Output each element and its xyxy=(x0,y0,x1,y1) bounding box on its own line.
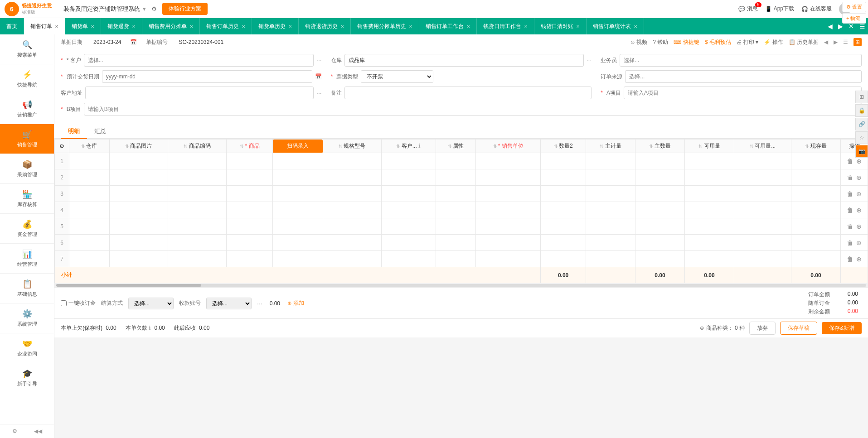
tab-bill-history[interactable]: 销货单历史 ✕ xyxy=(252,18,299,34)
tab-return-history[interactable]: 销货退货历史 ✕ xyxy=(299,18,351,34)
tab-fee-history[interactable]: 销售费用分摊单历史 ✕ xyxy=(351,18,419,34)
tab-order-workbench[interactable]: 销售订单工作台 ✕ xyxy=(419,18,477,34)
warehouse-input[interactable] xyxy=(344,54,584,67)
print-link[interactable]: 🖨 打印 ▾ xyxy=(737,39,759,46)
tab-daily-reconcile[interactable]: 钱货日清对账 ✕ xyxy=(534,18,587,34)
cell-warehouse-1[interactable] xyxy=(69,153,110,169)
address-input[interactable] xyxy=(85,87,314,99)
cell-qty2-1[interactable] xyxy=(541,153,586,169)
tab-close-icon[interactable]: ✕ xyxy=(189,24,193,29)
sidebar-item-enterprise[interactable]: 🤝 企业协同 xyxy=(0,333,54,363)
sidebar-collapse-icon[interactable]: ◀◀ xyxy=(34,428,42,434)
copy-row-btn[interactable]: ⊕ xyxy=(856,207,862,214)
tab-sales-fee[interactable]: 销售费用分摊单 ✕ xyxy=(142,18,200,34)
sidebar-settings-icon[interactable]: ⚙ xyxy=(12,428,17,434)
help-link[interactable]: ? 帮助 xyxy=(653,39,668,46)
sidebar-item-purchase[interactable]: 📦 采购管理 xyxy=(0,154,54,184)
tab-summary[interactable]: 汇总 xyxy=(87,125,113,139)
dropdown-arrow-icon[interactable]: ▾ xyxy=(143,5,146,12)
sidebar-item-finance[interactable]: 💰 资金管理 xyxy=(0,214,54,244)
tab-close-icon[interactable]: ✕ xyxy=(288,24,292,29)
message-btn[interactable]: 💬 消息 9 xyxy=(738,5,758,13)
tab-close-icon[interactable]: ✕ xyxy=(466,24,470,29)
sidebar-item-sales[interactable]: 🛒 销售管理 xyxy=(0,124,54,154)
tab-home[interactable]: 首页 xyxy=(0,18,24,34)
delivery-input[interactable] xyxy=(102,70,312,83)
tab-daily-workbench[interactable]: 钱货日清工作台 ✕ xyxy=(477,18,534,34)
b-project-input[interactable] xyxy=(84,103,862,116)
online-service-btn[interactable]: 🎧 在线客服 xyxy=(801,5,832,13)
float-btn-5[interactable]: 📷 xyxy=(855,145,868,158)
tab-close-icon[interactable]: ✕ xyxy=(340,24,344,29)
grid-view-icon[interactable]: ⊞ xyxy=(853,38,862,46)
invoice-select[interactable]: 不开票 增值税专用发票 普通发票 xyxy=(361,70,433,83)
payment-select[interactable]: 选择... xyxy=(128,298,174,309)
delete-row-btn[interactable]: 🗑 xyxy=(847,174,853,181)
remark-input[interactable] xyxy=(344,87,592,99)
tab-sales-return[interactable]: 销货退货 ✕ xyxy=(101,18,142,34)
tab-close-icon[interactable]: ✕ xyxy=(409,24,412,29)
settings-icon[interactable]: ⚙ xyxy=(151,5,157,12)
tab-close-icon[interactable]: ✕ xyxy=(576,24,580,29)
col-scan[interactable]: 扫码录入 xyxy=(273,140,323,153)
delete-row-btn[interactable]: 🗑 xyxy=(847,207,853,214)
ops-link[interactable]: ⚡ 操作 xyxy=(764,39,783,46)
warehouse-more-icon[interactable]: ··· xyxy=(587,57,592,64)
delete-row-btn[interactable]: 🗑 xyxy=(847,190,853,197)
profit-link[interactable]: $ 毛利预估 xyxy=(705,39,731,46)
delete-row-btn[interactable]: 🗑 xyxy=(847,158,853,165)
address-more-icon[interactable]: ··· xyxy=(316,89,322,96)
delivery-calendar-icon[interactable]: 📅 xyxy=(315,73,322,80)
table-scrollbar[interactable] xyxy=(54,284,868,288)
tab-stats[interactable]: 销售订单统计表 ✕ xyxy=(587,18,644,34)
copy-row-btn[interactable]: ⊕ xyxy=(856,174,862,181)
tab-close-icon[interactable]: ✕ xyxy=(132,24,136,29)
bank-more-icon[interactable]: ··· xyxy=(257,300,262,307)
cell-unit-1[interactable] xyxy=(476,153,541,169)
cell-main-qty-1[interactable] xyxy=(635,153,685,169)
bank-select[interactable]: 选择... xyxy=(206,298,252,309)
shortcut-link[interactable]: ⌨ 快捷键 xyxy=(674,39,699,46)
sidebar-item-basic-info[interactable]: 📋 基础信息 xyxy=(0,274,54,303)
sidebar-item-guide[interactable]: 🎓 新手引导 xyxy=(0,363,54,393)
float-btn-2[interactable]: 🔒 xyxy=(855,104,868,117)
cell-code-1[interactable] xyxy=(168,153,226,169)
one-click-label[interactable]: 一键收订金 xyxy=(61,299,96,307)
a-project-input[interactable] xyxy=(624,87,862,99)
tab-sales-order[interactable]: 销售订单 ✕ xyxy=(24,18,65,34)
cell-attr-1[interactable] xyxy=(436,153,476,169)
discard-btn[interactable]: 放弃 xyxy=(749,322,776,335)
float-btn-4[interactable]: ☆ xyxy=(855,131,868,144)
tab-close-icon[interactable]: ✕ xyxy=(91,24,94,29)
copy-row-btn[interactable]: ⊕ xyxy=(856,190,862,197)
industry-btn[interactable]: 体验行业方案 xyxy=(162,3,208,15)
copy-row-btn[interactable]: ⊕ xyxy=(856,239,862,246)
one-click-checkbox[interactable] xyxy=(61,300,67,306)
sidebar-item-quick-nav[interactable]: ⚡ 快捷导航 xyxy=(0,64,54,94)
delete-row-btn[interactable]: 🗑 xyxy=(847,223,853,230)
sidebar-item-operation[interactable]: 📊 经营管理 xyxy=(0,244,54,274)
customer-more-icon[interactable]: ··· xyxy=(316,57,322,64)
cell-customer-code-1[interactable] xyxy=(381,153,436,169)
copy-row-btn[interactable]: ⊕ xyxy=(856,158,862,165)
copy-row-btn[interactable]: ⊕ xyxy=(856,223,862,230)
col-settings[interactable]: ⚙ xyxy=(55,140,69,153)
save-draft-btn[interactable]: 保存草稿 xyxy=(780,322,817,335)
tab-close-icon[interactable]: ✕ xyxy=(55,24,58,29)
save-new-btn[interactable]: 保存&新增 xyxy=(822,322,862,334)
tab-order-history[interactable]: 销售订单历史 ✕ xyxy=(200,18,252,34)
list-view-icon[interactable]: ☰ xyxy=(843,39,848,45)
tab-close-icon[interactable]: ✕ xyxy=(242,24,245,29)
delete-row-btn[interactable]: 🗑 xyxy=(847,239,853,246)
staff-input[interactable] xyxy=(620,54,862,67)
cell-spec-1[interactable] xyxy=(323,153,381,169)
cell-product-1[interactable] xyxy=(227,153,273,169)
sidebar-item-marketing[interactable]: 📢 营销推广 xyxy=(0,94,54,124)
sidebar-item-system[interactable]: ⚙️ 系统管理 xyxy=(0,303,54,333)
copy-row-btn[interactable]: ⊕ xyxy=(856,255,862,263)
sidebar-item-search[interactable]: 🔍 搜索菜单 xyxy=(0,34,54,64)
video-link[interactable]: ⊙ 视频 xyxy=(630,39,647,46)
float-btn-3[interactable]: 🔗 xyxy=(855,118,868,130)
calendar-icon[interactable]: 📅 xyxy=(130,39,137,45)
float-btn-1[interactable]: ⊞ xyxy=(855,91,868,103)
